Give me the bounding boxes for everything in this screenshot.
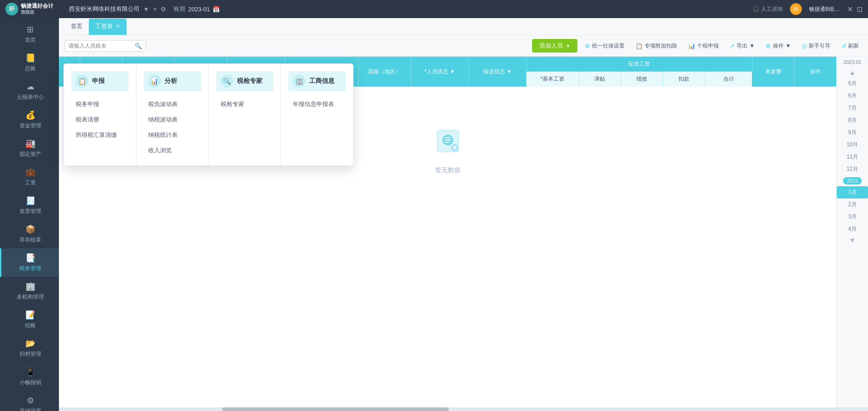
sidebar-label-multi-org: 多机构管理 (17, 293, 44, 301)
company-settings-btn[interactable]: ⚙ (160, 5, 166, 13)
period-label: 账期 (174, 5, 185, 13)
tab-payroll-label: 工资表 (95, 22, 113, 30)
sidebar-item-fixed-asset[interactable]: 🏭 固定资产 (0, 134, 59, 163)
user-service-btn[interactable]: 🎧 人工咨询 (752, 5, 783, 13)
cal-next-year-btn[interactable]: ▼ (848, 235, 857, 245)
company-area: 西安虾米网络科技有限公司 ▼ + ⚙ (69, 5, 166, 13)
archive-icon: 📂 (25, 338, 35, 348)
social-insurance-btn[interactable]: ⚙ 统一社保设置 (581, 40, 628, 52)
tab-bar: 首页 工资表 ✕ (59, 18, 868, 35)
sidebar-item-fund[interactable]: 💰 资金管理 (0, 106, 59, 134)
app-title: 畅捷通好会计 (21, 3, 53, 9)
company-name: 西安虾米网络科技有限公司 (69, 5, 140, 13)
cal-month-8[interactable]: 8月 (837, 114, 868, 126)
dropdown-item-tax-stats[interactable]: 纳税统计表 (144, 127, 201, 143)
dropdown-col-shenbao: 📋 申报 税务申报 税表清册 所得税汇算清缴 (64, 64, 136, 165)
dropdown-zhuanjia-header: 🔍 税检专家 (216, 71, 274, 91)
sidebar-label-xiaochang: 小畅报销 (19, 379, 41, 387)
horizontal-scrollbar[interactable] (59, 407, 868, 411)
tax-icon: 📑 (25, 253, 35, 263)
new-guide-btn[interactable]: ◎ 新手引导 (798, 40, 834, 52)
cal-month-12[interactable]: 12月 (837, 163, 868, 175)
col-report-filter-icon[interactable]: ▼ (506, 68, 512, 75)
dropdown-fenxi-header: 📊 分析 (144, 71, 201, 91)
dropdown-item-income-tax[interactable]: 所得税汇算清缴 (71, 127, 129, 143)
col-allowance-header: 津贴 (579, 72, 621, 87)
sidebar-item-inventory[interactable]: 📦 库存核算 (0, 220, 59, 248)
cal-month-9[interactable]: 9月 (837, 126, 868, 139)
new-guide-toolbar-icon: ◎ (802, 43, 807, 49)
dropdown-item-tax-form[interactable]: 税表清册 (71, 112, 129, 127)
operations-label: 操作 (773, 42, 784, 50)
tab-payroll-close[interactable]: ✕ (116, 23, 120, 29)
sidebar-item-payroll[interactable]: 💼 工资 (0, 163, 59, 191)
sidebar-item-archive[interactable]: 📂 归档管理 (0, 334, 59, 363)
cal-month-3[interactable]: 3月 (837, 211, 868, 223)
tax-return-btn[interactable]: 📊 个税申报 (684, 40, 723, 52)
period-calendar-btn[interactable]: 📅 (213, 6, 220, 13)
dropdown-item-tax-fluctuation2[interactable]: 纳税波动表 (144, 112, 201, 127)
scroll-thumb[interactable] (222, 407, 449, 411)
dropdown-item-tax-expert[interactable]: 税检专家 (216, 97, 274, 112)
svg-rect-3 (445, 137, 451, 138)
refresh-btn[interactable]: ↺ 刷新 (838, 40, 863, 52)
dropdown-item-tax-return[interactable]: 税务申报 (71, 97, 129, 112)
sidebar-item-settlement[interactable]: 📝 结账 (0, 305, 59, 334)
sidebar-item-invoice[interactable]: 🧾 发票管理 (0, 191, 59, 220)
cal-month-4[interactable]: 4月 (837, 223, 868, 235)
window-close-btn[interactable]: ✕ (847, 5, 853, 14)
sidebar-item-ledger[interactable]: 📒 总账 (0, 48, 59, 77)
operations-btn[interactable]: ⚙ 操作 ▼ (762, 40, 795, 52)
user-avatar: 用 (790, 3, 802, 15)
empty-illustration (430, 123, 466, 159)
sidebar-item-multi-org[interactable]: 🏢 多机构管理 (0, 277, 59, 305)
col-nation-header: 国籍（地区） (358, 57, 411, 87)
empty-text: 暂无数据 (435, 166, 461, 174)
cal-month-11[interactable]: 11月 (837, 151, 868, 163)
cal-prev-year-btn[interactable]: ▲ (848, 68, 857, 77)
user-name[interactable]: 畅捷通B组… (809, 5, 840, 13)
dropdown-shenbao-header: 📋 申报 (71, 71, 129, 91)
cal-month-7[interactable]: 7月 (837, 102, 868, 114)
search-box[interactable]: 🔍 (64, 40, 146, 52)
add-person-button[interactable]: 添加人员 ▼ (532, 39, 577, 53)
export-btn[interactable]: ↗ 导出 ▼ (726, 40, 758, 52)
sidebar: ⊞ 首页 📒 总账 ☁ 云报表中心 💰 资金管理 🏭 固定资产 💼 工资 🧾 发… (0, 18, 59, 411)
search-input[interactable] (68, 43, 132, 49)
dropdown-item-income-browse[interactable]: 收入浏览 (144, 143, 201, 158)
company-dropdown-btn[interactable]: ▼ (143, 6, 149, 13)
settlement-icon: 📝 (25, 310, 35, 320)
sidebar-item-basic-settings[interactable]: ⚙ 基础设置 (0, 391, 59, 411)
special-deduct-label: 专项附加扣除 (645, 42, 677, 50)
cal-month-5[interactable]: 5月 (837, 77, 868, 90)
col-status-filter-icon[interactable]: ▼ (450, 68, 455, 75)
sidebar-item-home[interactable]: ⊞ 首页 (0, 20, 59, 48)
tab-payroll[interactable]: 工资表 ✕ (89, 19, 126, 35)
sidebar-label-basic-settings: 基础设置 (19, 407, 41, 411)
add-person-label: 添加人员 (539, 42, 563, 50)
cal-period-header: 2023.01 (837, 57, 868, 68)
sidebar-label-fixed-asset: 固定资产 (19, 150, 41, 158)
special-deduct-btn[interactable]: 📋 专项附加扣除 (632, 40, 681, 52)
cal-month-10[interactable]: 10月 (837, 139, 868, 151)
window-maximize-btn[interactable]: ⊡ (857, 5, 863, 14)
col-payroll-group-header: 应发工资 (526, 57, 752, 72)
sidebar-label-ledger: 总账 (25, 65, 36, 73)
sidebar-label-inventory: 库存核算 (19, 236, 41, 244)
period-area: 账期 2023-01 📅 (174, 5, 220, 13)
sidebar-item-cloud-report[interactable]: ☁ 云报表中心 (0, 77, 59, 106)
dropdown-item-tax-fluctuation[interactable]: 税负波动表 (144, 97, 201, 112)
header-right: 🎧 人工咨询 用 畅捷通B组… ✕ ⊡ (752, 3, 863, 15)
cal-month-2[interactable]: 2月 (837, 198, 868, 211)
dropdown-item-annual-report[interactable]: 年报信息申报表 (288, 97, 346, 112)
sidebar-item-xiaochang[interactable]: 📱 小畅报销 (0, 363, 59, 391)
cal-month-1[interactable]: 1月 (837, 186, 868, 198)
tab-home[interactable]: 首页 (64, 19, 89, 35)
fixed-asset-icon: 🏭 (25, 139, 35, 149)
refresh-icon: ↺ (841, 43, 846, 49)
service-label: 人工咨询 (761, 5, 783, 13)
gongshang-col-icon: 🏢 (293, 75, 305, 87)
sidebar-item-tax[interactable]: 📑 税务管理 (0, 248, 59, 277)
cal-month-6[interactable]: 6月 (837, 90, 868, 102)
add-company-btn[interactable]: + (153, 5, 157, 13)
